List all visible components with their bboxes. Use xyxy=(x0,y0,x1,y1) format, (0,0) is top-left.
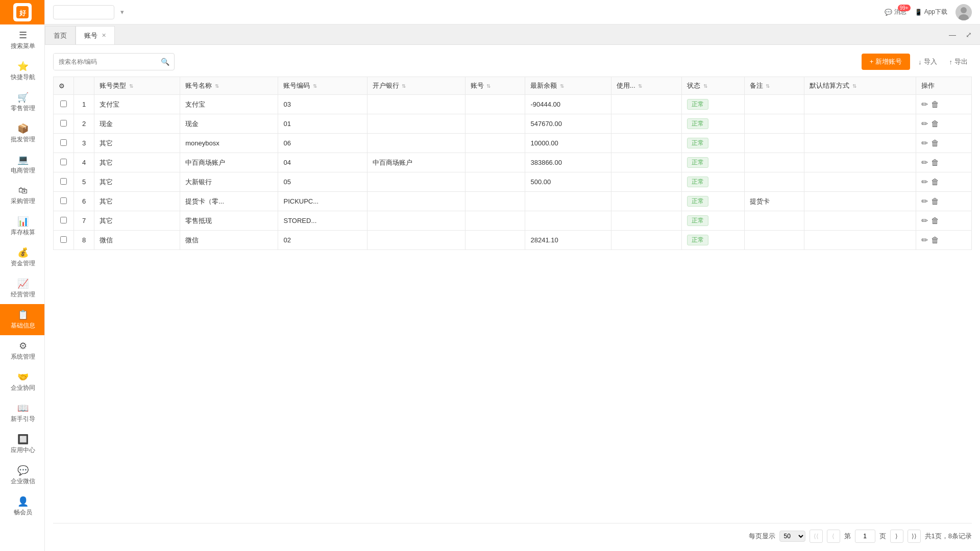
row-checkbox-cell[interactable] xyxy=(54,172,74,192)
col-remark[interactable]: 备注 ⇅ xyxy=(744,77,804,95)
col-default-settle[interactable]: 默认结算方式 ⇅ xyxy=(804,77,916,95)
row-checkbox[interactable] xyxy=(60,178,67,185)
top-search-input[interactable] xyxy=(53,5,114,19)
sidebar-item-search-order[interactable]: ☰ 搜索菜单 xyxy=(0,24,44,56)
row-default-settle xyxy=(804,114,916,134)
delete-button[interactable]: 🗑 xyxy=(931,119,939,129)
import-button[interactable]: ↓ 导入 xyxy=(914,54,941,70)
col-balance[interactable]: 最新余额 ⇅ xyxy=(525,77,611,95)
edit-button[interactable]: ✏ xyxy=(921,138,928,148)
next-page-button[interactable]: ⟩ xyxy=(890,530,903,543)
row-remark xyxy=(744,134,804,153)
sidebar-item-finance-mgmt[interactable]: 💰 资金管理 xyxy=(0,242,44,273)
row-checkbox-cell[interactable] xyxy=(54,153,74,172)
row-checkbox[interactable] xyxy=(60,101,67,107)
col-account[interactable]: 账号 ⇅ xyxy=(465,77,525,95)
operation-icon: 📈 xyxy=(17,278,29,289)
tab-maximize-button[interactable]: ⤢ xyxy=(963,29,975,41)
row-checkbox-cell[interactable] xyxy=(54,134,74,153)
edit-button[interactable]: ✏ xyxy=(921,235,928,245)
message-badge: 99+ xyxy=(898,5,911,11)
sidebar-item-retail-mgmt[interactable]: 🛒 零售管理 xyxy=(0,87,44,118)
row-name: 零售抵现 xyxy=(180,211,278,231)
edit-button[interactable]: ✏ xyxy=(921,196,928,206)
col-type[interactable]: 账号类型 ⇅ xyxy=(94,77,180,95)
sidebar-item-member[interactable]: 👤 畅会员 xyxy=(0,491,44,522)
col-settings[interactable]: ⚙ xyxy=(54,77,74,95)
col-usage[interactable]: 使用... ⇅ xyxy=(611,77,682,95)
sidebar-item-app-center[interactable]: 🔲 应用中心 xyxy=(0,429,44,460)
row-status: 正常 xyxy=(682,231,744,250)
last-page-button[interactable]: ⟩⟩ xyxy=(908,530,921,543)
row-checkbox-cell[interactable] xyxy=(54,192,74,211)
row-name: 支付宝 xyxy=(180,95,278,114)
corp-agreement-icon: 🤝 xyxy=(17,371,29,383)
col-code[interactable]: 账号编码 ⇅ xyxy=(278,77,367,95)
edit-button[interactable]: ✏ xyxy=(921,119,928,129)
row-checkbox[interactable] xyxy=(60,197,67,204)
sidebar-item-inventory[interactable]: 📊 库存核算 xyxy=(0,211,44,242)
corp-wechat-icon: 💬 xyxy=(17,465,29,476)
sidebar-item-operation-mgmt[interactable]: 📈 经营管理 xyxy=(0,273,44,304)
row-type: 其它 xyxy=(94,134,180,153)
edit-button[interactable]: ✏ xyxy=(921,177,928,187)
tab-close-button[interactable]: ✕ xyxy=(102,32,106,39)
row-bank xyxy=(367,114,465,134)
retail-icon: 🛒 xyxy=(17,92,29,103)
message-button[interactable]: 💬 消息 99+ xyxy=(885,8,906,16)
row-checkbox-cell[interactable] xyxy=(54,114,74,134)
delete-button[interactable]: 🗑 xyxy=(931,216,939,226)
sidebar-item-label: 新手引导 xyxy=(11,415,35,423)
sidebar-item-purchase-mgmt[interactable]: 🛍 采购管理 xyxy=(0,180,44,211)
delete-button[interactable]: 🗑 xyxy=(931,197,939,206)
page-label: 第 xyxy=(844,532,851,541)
delete-button[interactable]: 🗑 xyxy=(931,100,939,109)
col-name[interactable]: 账号名称 ⇅ xyxy=(180,77,278,95)
row-checkbox[interactable] xyxy=(60,217,67,223)
row-index: 6 xyxy=(74,192,94,211)
row-checkbox[interactable] xyxy=(60,159,67,165)
dropdown-icon[interactable]: ▾ xyxy=(120,8,124,16)
sidebar-item-wholesale-mgmt[interactable]: 📦 批发管理 xyxy=(0,118,44,149)
delete-button[interactable]: 🗑 xyxy=(931,236,939,245)
delete-button[interactable]: 🗑 xyxy=(931,178,939,187)
col-bank[interactable]: 开户银行 ⇅ xyxy=(367,77,465,95)
avatar[interactable] xyxy=(955,4,972,20)
sidebar-item-ecommerce-mgmt[interactable]: 💻 电商管理 xyxy=(0,149,44,180)
delete-button[interactable]: 🗑 xyxy=(931,158,939,167)
sidebar-item-basic-info[interactable]: 📋 基础信息 xyxy=(0,304,44,335)
tab-minimize-button[interactable]: — xyxy=(946,29,959,41)
search-button[interactable]: 🔍 xyxy=(156,54,174,70)
app-download-button[interactable]: 📱 App下载 xyxy=(915,8,947,16)
edit-button[interactable]: ✏ xyxy=(921,99,928,109)
add-account-button[interactable]: + 新增账号 xyxy=(862,54,910,70)
row-checkbox[interactable] xyxy=(60,139,67,146)
sidebar-item-sys-mgmt[interactable]: ⚙ 系统管理 xyxy=(0,335,44,366)
page-input[interactable] xyxy=(855,530,875,543)
prev-page-button[interactable]: ⟨ xyxy=(827,530,840,543)
tab-account[interactable]: 账号 ✕ xyxy=(76,26,115,44)
member-icon: 👤 xyxy=(17,496,29,507)
content-area: 🔍 + 新增账号 ↓ 导入 ↑ 导出 ⚙ 账号类型 ⇅ xyxy=(45,45,980,551)
row-name: 大新银行 xyxy=(180,172,278,192)
delete-button[interactable]: 🗑 xyxy=(931,139,939,148)
row-checkbox-cell[interactable] xyxy=(54,211,74,231)
sidebar-item-corp-wechat[interactable]: 💬 企业微信 xyxy=(0,460,44,491)
search-input[interactable] xyxy=(54,54,156,70)
per-page-select[interactable]: 50 100 200 xyxy=(779,531,805,542)
row-code: 02 xyxy=(278,231,367,250)
row-checkbox[interactable] xyxy=(60,120,67,127)
col-status[interactable]: 状态 ⇅ xyxy=(682,77,744,95)
first-page-button[interactable]: ⟨⟨ xyxy=(810,530,823,543)
row-checkbox-cell[interactable] xyxy=(54,231,74,250)
edit-button[interactable]: ✏ xyxy=(921,158,928,167)
row-checkbox-cell[interactable] xyxy=(54,95,74,114)
sidebar-item-quick-nav[interactable]: ⭐ 快捷导航 xyxy=(0,56,44,87)
app-center-icon: 🔲 xyxy=(17,434,29,445)
tab-home[interactable]: 首页 xyxy=(45,26,76,44)
export-button[interactable]: ↑ 导出 xyxy=(945,54,972,70)
row-checkbox[interactable] xyxy=(60,236,67,243)
sidebar-item-corp-agreement[interactable]: 🤝 企业协同 xyxy=(0,366,44,397)
edit-button[interactable]: ✏ xyxy=(921,216,928,226)
sidebar-item-new-guide[interactable]: 📖 新手引导 xyxy=(0,397,44,429)
